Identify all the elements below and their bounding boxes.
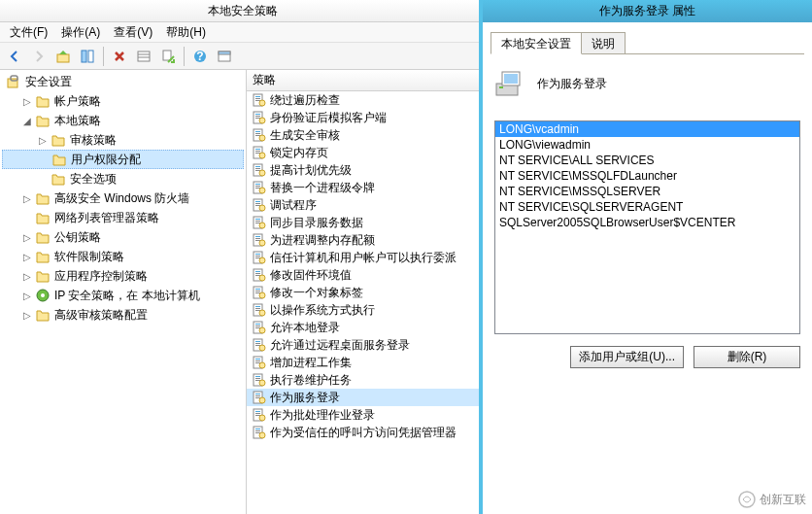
tree-toggle-icon[interactable]: ▷: [21, 309, 33, 321]
policy-item[interactable]: 身份验证后模拟客户端: [247, 109, 479, 126]
show-hide-icon[interactable]: [77, 46, 98, 67]
refresh-icon[interactable]: [133, 46, 154, 67]
policy-icon: [251, 232, 266, 248]
tabs: 本地安全设置 说明: [491, 32, 804, 54]
user-item[interactable]: NT SERVICE\MSSQLSERVER: [495, 184, 799, 199]
policy-item[interactable]: 提高计划优先级: [247, 161, 479, 179]
security-icon: [6, 74, 21, 89]
svg-rect-17: [255, 98, 260, 99]
tree-node[interactable]: ▷软件限制策略: [2, 247, 244, 266]
tree-node[interactable]: 网络列表管理器策略: [2, 208, 244, 227]
svg-point-24: [259, 118, 265, 123]
policy-item[interactable]: 锁定内存页: [247, 144, 479, 161]
policy-item[interactable]: 允许通过远程桌面服务登录: [247, 336, 479, 354]
tree-node[interactable]: ▷公钥策略: [2, 227, 244, 247]
policy-item[interactable]: 以操作系统方式执行: [247, 301, 479, 319]
user-list[interactable]: LONG\vcadminLONG\viewadminNT SERVICE\ALL…: [494, 120, 800, 334]
tree-panel[interactable]: 安全设置 ▷帐户策略◢本地策略▷审核策略用户权限分配安全选项▷高级安全 Wind…: [0, 70, 247, 514]
policy-item[interactable]: 信任计算机和用户帐户可以执行委派: [247, 249, 479, 266]
tab-explain[interactable]: 说明: [581, 32, 626, 53]
tree-node[interactable]: ▷IP 安全策略，在 本地计算机: [2, 286, 244, 305]
policy-icon: [251, 215, 266, 230]
tree-node[interactable]: ▷审核策略: [2, 130, 244, 150]
policy-icon: [251, 390, 266, 405]
help-icon[interactable]: ?: [189, 46, 211, 67]
svg-text:?: ?: [196, 50, 203, 63]
tree-node[interactable]: ▷应用程序控制策略: [2, 266, 244, 286]
svg-rect-77: [255, 308, 260, 309]
export-icon[interactable]: [157, 46, 179, 67]
policy-item[interactable]: 同步目录服务数据: [247, 214, 479, 231]
tree-node[interactable]: 用户权限分配: [2, 150, 244, 169]
tree-label: 高级审核策略配置: [54, 307, 148, 324]
tree-toggle-icon[interactable]: ▷: [21, 95, 33, 107]
tree-node[interactable]: 安全选项: [2, 169, 244, 188]
policy-item[interactable]: 调试程序: [247, 196, 479, 214]
menu-help[interactable]: 帮助(H): [160, 22, 212, 43]
user-item[interactable]: NT SERVICE\ALL SERVICES: [495, 153, 799, 168]
tree-label: 公钥策略: [54, 229, 101, 246]
user-item[interactable]: LONG\vcadmin: [495, 121, 799, 137]
tree-label: 网络列表管理器策略: [54, 210, 159, 226]
svg-rect-71: [255, 289, 260, 290]
delete-icon[interactable]: [109, 46, 130, 67]
toolbar-separator: [184, 47, 185, 66]
policy-item[interactable]: 作为受信任的呼叫方访问凭据管理器: [247, 424, 479, 441]
back-icon[interactable]: [4, 46, 25, 67]
user-item[interactable]: NT SERVICE\SQLSERVERAGENT: [495, 199, 799, 215]
policy-item[interactable]: 修改一个对象标签: [247, 284, 479, 301]
tree-toggle-icon[interactable]: ◢: [21, 115, 33, 126]
tree-toggle-icon[interactable]: ▷: [21, 270, 33, 282]
policy-icon: [251, 355, 266, 370]
policy-icon: [251, 92, 266, 108]
policy-item[interactable]: 修改固件环境值: [247, 266, 479, 284]
tree-toggle-icon[interactable]: ▷: [21, 251, 33, 262]
user-item[interactable]: NT SERVICE\MSSQLFDLauncher: [495, 168, 799, 184]
up-icon[interactable]: [52, 46, 74, 67]
menu-view[interactable]: 查看(V): [108, 22, 158, 43]
tree-toggle-icon[interactable]: ▷: [37, 134, 49, 146]
svg-rect-97: [255, 378, 260, 379]
svg-rect-6: [163, 51, 171, 60]
user-item[interactable]: LONG\viewadmin: [495, 137, 799, 153]
tree-toggle-icon[interactable]: ▷: [21, 231, 33, 243]
title-bar: 本地安全策略: [0, 0, 479, 22]
tree-node[interactable]: ▷帐户策略: [2, 91, 244, 111]
properties-icon[interactable]: [214, 46, 235, 67]
policy-label: 提高计划优先级: [270, 162, 352, 179]
property-header: 作为服务登录: [483, 54, 812, 113]
policy-item[interactable]: 增加进程工作集: [247, 354, 479, 371]
menu-file[interactable]: 文件(F): [4, 22, 53, 43]
policy-icon: [251, 197, 266, 213]
folder-icon: [51, 152, 67, 167]
policy-item[interactable]: 允许本地登录: [247, 319, 479, 336]
policy-icon: [251, 320, 266, 335]
policy-item[interactable]: 生成安全审核: [247, 126, 479, 144]
tree-node[interactable]: ▷高级安全 Windows 防火墙: [2, 188, 244, 208]
svg-rect-101: [255, 394, 260, 394]
tree-toggle-icon[interactable]: ▷: [21, 290, 33, 301]
list-column-header[interactable]: 策略: [247, 70, 479, 91]
policy-item[interactable]: 作为批处理作业登录: [247, 406, 479, 424]
tree-root[interactable]: 安全设置: [2, 72, 244, 91]
tree-node[interactable]: ▷高级审核策略配置: [2, 305, 244, 325]
user-item[interactable]: SQLServer2005SQLBrowserUser$VCENTER: [495, 215, 799, 230]
policy-item[interactable]: 绕过遍历检查: [247, 91, 479, 109]
tree-node[interactable]: ◢本地策略: [2, 111, 244, 130]
policy-list-panel[interactable]: 策略 绕过遍历检查身份验证后模拟客户端生成安全审核锁定内存页提高计划优先级替换一…: [247, 70, 479, 514]
svg-point-89: [259, 345, 265, 351]
policy-item[interactable]: 执行卷维护任务: [247, 371, 479, 389]
menu-action[interactable]: 操作(A): [55, 22, 106, 43]
tree-toggle-icon[interactable]: ▷: [21, 192, 33, 204]
menu-bar: 文件(F) 操作(A) 查看(V) 帮助(H): [0, 22, 479, 43]
svg-rect-47: [255, 203, 260, 204]
tab-local-security[interactable]: 本地安全设置: [491, 32, 582, 54]
svg-rect-42: [255, 186, 260, 187]
svg-rect-22: [255, 116, 260, 117]
policy-item[interactable]: 为进程调整内存配额: [247, 231, 479, 249]
policy-item[interactable]: 作为服务登录: [247, 389, 479, 406]
remove-button[interactable]: 删除(R): [694, 346, 800, 368]
policy-item[interactable]: 替换一个进程级令牌: [247, 179, 479, 196]
add-user-button[interactable]: 添加用户或组(U)...: [570, 346, 684, 368]
forward-icon[interactable]: [28, 46, 50, 67]
